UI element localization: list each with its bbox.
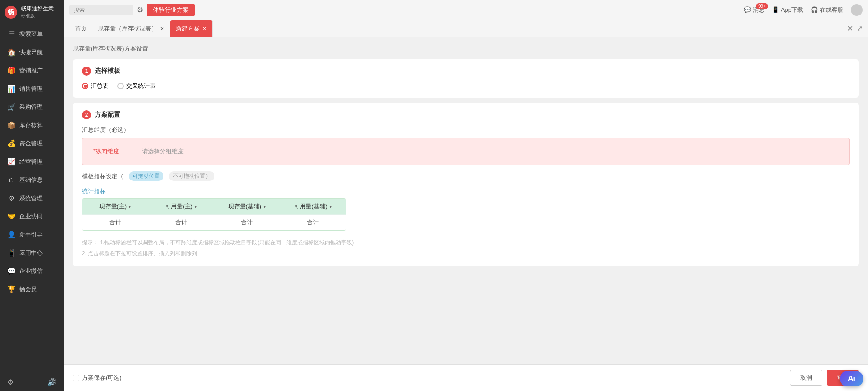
stats-data-row-0: 合计 合计 合计 合计 bbox=[82, 214, 346, 230]
tab-label: 新建方案 bbox=[176, 25, 199, 33]
app-icon: 📱 bbox=[772, 6, 779, 13]
radio-cross-circle bbox=[117, 83, 124, 89]
header-cell-1[interactable]: 可用量(主) ▾ bbox=[148, 199, 214, 214]
online-service-label: 在线客服 bbox=[820, 6, 843, 14]
message-group[interactable]: 💬 消息 99+ bbox=[744, 6, 765, 14]
cart-icon: 🛒 bbox=[7, 103, 15, 111]
sidebar-item-label: 库存核算 bbox=[19, 121, 43, 129]
header-label-3: 可用量(基辅) bbox=[294, 202, 327, 211]
sidebar-item-label: 企业协同 bbox=[19, 212, 43, 221]
chevron-down-icon-2[interactable]: ▾ bbox=[263, 204, 266, 210]
tab-inventory-status[interactable]: 现存量（库存状况表） ✕ bbox=[92, 20, 170, 37]
sidebar-item-search-menu[interactable]: ☰ 搜索菜单 bbox=[0, 25, 64, 43]
sidebar-item-marketing[interactable]: 🎁 营销推广 bbox=[0, 62, 64, 80]
sidebar-item-label: 销售管理 bbox=[19, 85, 43, 93]
close-panel-icon[interactable]: ✕ bbox=[847, 24, 853, 33]
stats-section: 统计指标 现存量(主) ▾ 可用量(主) ▾ 现存量(基辅) bbox=[82, 187, 850, 231]
tabs-bar: 首页 现存量（库存状况表） ✕ 新建方案 ✕ ✕ ⤢ bbox=[64, 20, 868, 37]
mobile-icon: 📱 bbox=[7, 249, 15, 257]
person-icon: 👤 bbox=[7, 231, 15, 239]
sidebar-item-label: 搜索菜单 bbox=[19, 30, 43, 38]
radio-cross[interactable]: 交叉统计表 bbox=[117, 82, 156, 90]
online-service-group[interactable]: 🎧 在线客服 bbox=[811, 6, 843, 14]
step2-header: 2 方案配置 bbox=[82, 110, 850, 119]
sidebar-item-inventory[interactable]: 📦 库存核算 bbox=[0, 116, 64, 134]
sidebar-item-shortcut[interactable]: 🏠 快捷导航 bbox=[0, 43, 64, 62]
tab-close-active-icon[interactable]: ✕ bbox=[202, 26, 207, 32]
chat-icon: 💬 bbox=[7, 267, 15, 275]
search-menu-icon: ☰ bbox=[7, 30, 15, 38]
radio-summary[interactable]: 汇总表 bbox=[82, 82, 108, 90]
cancel-button[interactable]: 取消 bbox=[790, 370, 822, 386]
tab-close-icon[interactable]: ✕ bbox=[160, 26, 164, 32]
sidebar-item-label: 应用中心 bbox=[19, 249, 43, 257]
sidebar-item-finance[interactable]: 💰 资金管理 bbox=[0, 134, 64, 153]
chevron-down-icon-0[interactable]: ▾ bbox=[128, 204, 131, 210]
ai-button-label: Ai bbox=[848, 375, 855, 382]
hint-text-1: 2. 点击标题栏下拉可设置排序、插入列和删除列 bbox=[82, 248, 197, 259]
trial-button[interactable]: 体验行业方案 bbox=[147, 4, 195, 16]
step1-number: 1 bbox=[82, 67, 91, 76]
sidebar-item-label: 资金管理 bbox=[19, 139, 43, 148]
sidebar-item-label: 营销推广 bbox=[19, 67, 43, 75]
search-input[interactable] bbox=[69, 5, 133, 15]
chart-icon: 📊 bbox=[7, 85, 15, 93]
tab-label: 首页 bbox=[75, 25, 87, 33]
header-cell-0[interactable]: 现存量(主) ▾ bbox=[82, 199, 148, 214]
sidebar-item-membership[interactable]: 🏆 畅会员 bbox=[0, 280, 64, 298]
sidebar-item-app-center[interactable]: 📱 应用中心 bbox=[0, 244, 64, 262]
avatar bbox=[851, 4, 863, 16]
chevron-down-icon-1[interactable]: ▾ bbox=[194, 204, 197, 210]
dimension-box: *纵向维度 —— 请选择分组维度 bbox=[82, 138, 850, 165]
user-avatar-group[interactable] bbox=[851, 4, 863, 16]
topbar: ⚙ 体验行业方案 💬 消息 99+ 📱 App下载 🎧 在线客服 bbox=[64, 0, 868, 20]
step1-header: 1 选择模板 bbox=[82, 67, 850, 76]
header-label-0: 现存量(主) bbox=[99, 202, 127, 211]
step1-label: 选择模板 bbox=[95, 67, 120, 75]
settings-bottom-icon[interactable]: ⚙ bbox=[7, 378, 14, 386]
hint-text-0: 提示： 1.拖动标题栏可以调整布局，不可跨维度或指标区域拖动栏目字段(只能在同一… bbox=[82, 237, 354, 248]
header-cell-3[interactable]: 可用量(基辅) ▾ bbox=[280, 199, 346, 214]
speaker-icon[interactable]: 🔊 bbox=[47, 378, 56, 386]
save-checkbox[interactable] bbox=[73, 375, 79, 381]
indicator-setting-label: 模板指标设定（ bbox=[82, 172, 123, 180]
box-icon: 📦 bbox=[7, 121, 15, 129]
tab-label: 现存量（库存状况表） bbox=[98, 25, 157, 33]
gear-icon: ⚙ bbox=[7, 194, 15, 202]
expand-icon[interactable]: ⤢ bbox=[857, 24, 863, 33]
sidebar-bottom: ⚙ 🔊 bbox=[0, 373, 64, 391]
sidebar-item-system[interactable]: ⚙ 系统管理 bbox=[0, 189, 64, 207]
tab-home[interactable]: 首页 bbox=[69, 20, 92, 37]
ai-float-button[interactable]: Ai bbox=[840, 371, 863, 386]
radio-cross-label: 交叉统计表 bbox=[126, 82, 156, 90]
chevron-down-icon-3[interactable]: ▾ bbox=[329, 204, 332, 210]
folder-icon: 🗂 bbox=[7, 176, 15, 184]
sidebar-item-operations[interactable]: 📈 经营管理 bbox=[0, 153, 64, 171]
topbar-left: ⚙ 体验行业方案 bbox=[69, 4, 739, 16]
sidebar-item-label: 畅会员 bbox=[19, 285, 37, 293]
sidebar-item-purchase[interactable]: 🛒 采购管理 bbox=[0, 98, 64, 116]
radio-summary-label: 汇总表 bbox=[91, 82, 108, 90]
gift-icon: 🎁 bbox=[7, 67, 15, 75]
hint-line-1: 2. 点击标题栏下拉可设置排序、插入列和删除列 bbox=[82, 248, 850, 259]
header-label-2: 现存量(基辅) bbox=[228, 202, 262, 211]
sidebar-item-label: 系统管理 bbox=[19, 194, 43, 202]
tab-new-scheme[interactable]: 新建方案 ✕ bbox=[170, 20, 213, 37]
dimension-placeholder[interactable]: 请选择分组维度 bbox=[142, 147, 184, 155]
topbar-settings-icon[interactable]: ⚙ bbox=[137, 5, 143, 14]
step2-card: 2 方案配置 汇总维度（必选） *纵向维度 —— 请选择分组维度 模板指标设定（… bbox=[73, 103, 859, 266]
dimension-row: *纵向维度 —— 请选择分组维度 bbox=[93, 147, 838, 155]
sidebar-item-enterprise-wx[interactable]: 💬 企业微信 bbox=[0, 262, 64, 280]
sidebar-item-new-guide[interactable]: 👤 新手引导 bbox=[0, 226, 64, 244]
sidebar-item-sales[interactable]: 📊 销售管理 bbox=[0, 80, 64, 98]
app-download-group[interactable]: 📱 App下载 bbox=[772, 6, 803, 14]
money-icon: 💰 bbox=[7, 139, 15, 148]
trophy-icon: 🏆 bbox=[7, 285, 15, 293]
sidebar-logo: 畅 畅康通好生意 标准版 bbox=[0, 0, 64, 25]
dimension-required-mark: *纵向维度 bbox=[93, 147, 119, 155]
dimension-form-label: 汇总维度（必选） bbox=[82, 126, 850, 134]
message-icon: 💬 bbox=[744, 6, 751, 13]
sidebar-item-basic-info[interactable]: 🗂 基础信息 bbox=[0, 171, 64, 189]
sidebar-item-enterprise[interactable]: 🤝 企业协同 bbox=[0, 207, 64, 226]
header-cell-2[interactable]: 现存量(基辅) ▾ bbox=[214, 199, 281, 214]
